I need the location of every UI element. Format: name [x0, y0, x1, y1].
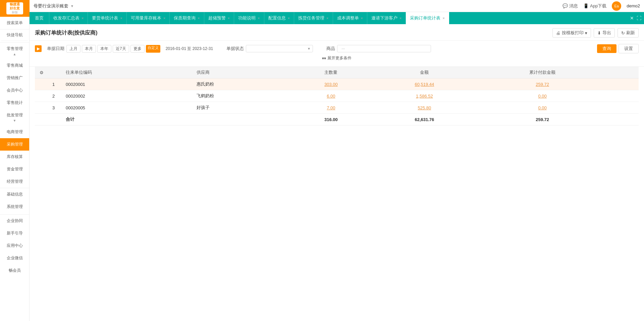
sidebar-item-member-vip[interactable]: 畅会员 — [0, 264, 29, 277]
amount-link[interactable]: 1,586.52 — [416, 94, 433, 99]
sidebar-item-finance[interactable]: 资金管理 — [0, 163, 29, 175]
tab-home-label: 首页 — [35, 15, 44, 21]
tab-config-info[interactable]: 配置信息 × — [264, 12, 294, 24]
sidebar-quicknav-wrap[interactable]: 快捷导航 — [0, 30, 29, 43]
tab-receive-summary[interactable]: 收发存汇总表 × — [49, 12, 88, 24]
tabbar: 首页 收发存汇总表 × 要货单统计表 × 可用量库存账本 × 保质期查询 × 超… — [30, 12, 644, 24]
quantity-link[interactable]: 7.00 — [327, 105, 335, 110]
amount-link[interactable]: 525.80 — [418, 105, 431, 110]
sidebar-item-newbie[interactable]: 新手引导 — [0, 227, 29, 239]
tab-close-icon[interactable]: × — [288, 16, 290, 20]
tab-label: 邀请下游客户 — [371, 15, 397, 21]
cell-supplier-code: 00020002 — [62, 90, 193, 102]
tab-close-icon[interactable]: × — [120, 16, 122, 20]
filter-goods-input[interactable]: ··· — [337, 45, 431, 52]
sidebar-item-enterprise-wechat[interactable]: 企业微信 — [0, 252, 29, 264]
col-supplier-name: 供应商 — [193, 67, 290, 78]
sidebar-item-app-center[interactable]: 应用中心 — [0, 239, 29, 252]
filter-date-group: 单据日期 上月 本月 本年 近7天 更多 自定义 — [47, 45, 160, 53]
sidebar-item-basic-info[interactable]: 基础信息 — [0, 188, 29, 201]
filter-goods-group: 商品 ··· — [326, 45, 431, 52]
expand-more-button[interactable]: ▾▾ 展开更多条件 — [35, 53, 639, 63]
sidebar-item-system[interactable]: 系统管理 — [0, 201, 29, 213]
logo-inner: 畅捷通好生意标版 — [6, 2, 23, 14]
username: demo2 — [627, 3, 640, 8]
data-table: ⚙ 往来单位编码 供应商 主数量 金额 累计付款金额 1 — [35, 67, 639, 125]
tab-close-icon[interactable]: × — [163, 16, 165, 20]
sidebar-item-marketing[interactable]: 营销推广 — [0, 72, 29, 84]
print-button[interactable]: 🖨 按模板打印 ▾ — [552, 28, 591, 38]
col-paid: 累计付款金额 — [477, 67, 608, 78]
sidebar-item-purchase[interactable]: 采购管理 — [0, 138, 29, 151]
setting-button[interactable]: 设置 — [619, 44, 639, 53]
filter-goods-more-icon[interactable]: ··· — [341, 46, 345, 51]
account-dropdown-icon[interactable]: ▾ — [71, 4, 73, 8]
tab-label: 保质期查询 — [174, 15, 196, 21]
sidebar-item-retail-stats[interactable]: 零售统计 — [0, 97, 29, 109]
tab-invite-downstream[interactable]: 邀请下游客户 × — [367, 12, 406, 24]
tab-close-all-icon[interactable]: ✕ — [630, 15, 634, 21]
cell-supplier-name: 好孩子 — [193, 102, 290, 114]
print-icon: 🖨 — [556, 31, 560, 36]
tab-close-icon[interactable]: × — [361, 16, 363, 20]
tab-home[interactable]: 首页 — [30, 12, 49, 24]
tab-close-icon[interactable]: × — [399, 16, 401, 20]
date-btn-more[interactable]: 更多 — [130, 45, 145, 53]
date-btn-this-month[interactable]: 本月 — [82, 45, 96, 53]
sidebar-search-wrap[interactable]: 搜索菜单 — [0, 17, 29, 30]
topbar-msg-button[interactable]: 💬 消息 — [562, 3, 578, 9]
cell-quantity: 303.00 — [290, 78, 372, 90]
sidebar-item-retail[interactable]: 零售管理 ▲ — [0, 43, 29, 59]
tab-maximize-icon[interactable]: ⛶ — [637, 15, 641, 21]
sidebar-item-search[interactable]: 搜索菜单 — [1, 19, 28, 27]
sidebar-item-wholesale[interactable]: 批发管理 ▼ — [0, 109, 29, 126]
quantity-link[interactable]: 303.00 — [324, 82, 338, 87]
filter-status-arrow-icon: ▾ — [308, 46, 310, 51]
col-extra — [608, 67, 639, 78]
expand-more-label: 展开更多条件 — [327, 55, 352, 61]
date-btn-this-year[interactable]: 本年 — [97, 45, 111, 53]
col-settings: ⚙ — [35, 67, 48, 78]
amount-link[interactable]: 60,519.44 — [415, 82, 434, 87]
topbar-app-button[interactable]: 📱 App下载 — [583, 3, 606, 9]
user-avatar[interactable]: Ea — [612, 1, 621, 11]
table-row: 2 00020002 飞鹤奶粉 6.00 1,586.52 0.00 — [35, 90, 639, 102]
tab-available-stock[interactable]: 可用量库存账本 × — [127, 12, 170, 24]
tab-close-icon[interactable]: × — [228, 16, 230, 20]
tab-label: 拣货任务管理 — [298, 15, 324, 21]
tab-warranty-query[interactable]: 保质期查询 × — [170, 12, 204, 24]
filter-toggle-button[interactable]: ▶ — [35, 45, 42, 52]
filter-goods-label: 商品 — [326, 46, 335, 52]
paid-link[interactable]: 0.00 — [538, 105, 546, 110]
tab-pickup-task[interactable]: 拣货任务管理 × — [294, 12, 333, 24]
paid-link[interactable]: 259.72 — [536, 82, 549, 87]
tab-close-icon[interactable]: × — [198, 16, 200, 20]
tab-function-desc[interactable]: 功能说明 × — [234, 12, 264, 24]
quantity-link[interactable]: 6.00 — [327, 94, 335, 99]
tab-close-icon[interactable]: × — [442, 16, 444, 20]
tab-cost-adjust[interactable]: 成本调整单 × — [333, 12, 367, 24]
sidebar-item-retail-mall[interactable]: 零售商城 — [0, 59, 29, 72]
tab-overstock-alert[interactable]: 超储预警 × — [204, 12, 234, 24]
sidebar-item-cooperation[interactable]: 企业协同 — [0, 214, 29, 227]
tab-close-icon[interactable]: × — [326, 16, 328, 20]
sidebar-item-inventory[interactable]: 库存核算 — [0, 151, 29, 163]
refresh-button[interactable]: ↻ 刷新 — [618, 28, 639, 38]
sidebar-item-operation[interactable]: 经营管理 — [0, 175, 29, 188]
tab-close-icon[interactable]: × — [258, 16, 260, 20]
tab-order-summary[interactable]: 要货单统计表 × — [88, 12, 126, 24]
date-btn-7days[interactable]: 近7天 — [113, 45, 129, 53]
tab-close-icon[interactable]: × — [82, 16, 84, 20]
logo-text: 畅捷通好生意标版 — [10, 2, 20, 14]
export-button[interactable]: ⬇ 导出 — [594, 28, 615, 38]
filter-status-select[interactable]: ▾ — [246, 45, 313, 52]
sidebar-item-ecommerce[interactable]: 电商管理 — [0, 126, 29, 138]
paid-link[interactable]: 0.00 — [538, 94, 546, 99]
date-btn-last-month[interactable]: 上月 — [66, 45, 80, 53]
settings-icon[interactable]: ⚙ — [40, 70, 44, 75]
tab-purchase-summary[interactable]: 采购订单统计表 × — [406, 12, 449, 24]
sidebar-item-quicknav[interactable]: 快捷导航 — [1, 31, 28, 41]
query-button[interactable]: 查询 — [597, 44, 616, 53]
app-label: App下载 — [590, 3, 606, 9]
sidebar-item-member[interactable]: 会员中心 — [0, 84, 29, 97]
